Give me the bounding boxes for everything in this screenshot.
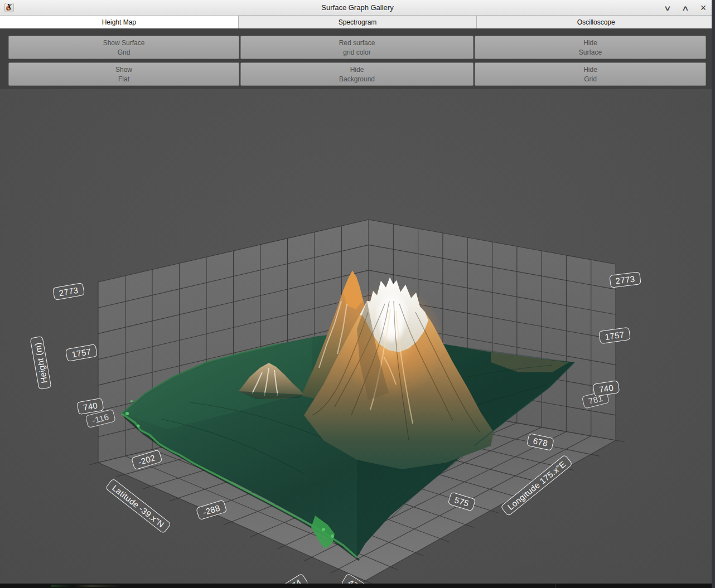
- app-window: X Surface Graph Gallery ∨ ∧ × Height Map…: [0, 0, 715, 588]
- window-title: Surface Graph Gallery: [0, 0, 715, 16]
- close-button[interactable]: ×: [698, 2, 708, 14]
- button-label: Grid: [475, 75, 706, 84]
- button-label: Red surface: [241, 38, 473, 48]
- show-flat-button[interactable]: Show Flat: [8, 62, 239, 86]
- button-label: Flat: [9, 75, 239, 84]
- button-label: Show: [9, 65, 239, 75]
- button-label: Surface: [475, 48, 706, 57]
- window-controls: ∨ ∧ ×: [663, 0, 708, 16]
- background-window-text-sliver: [51, 585, 124, 587]
- show-surface-grid-button[interactable]: Show Surface Grid: [8, 36, 239, 59]
- hide-grid-button[interactable]: Hide Grid: [475, 62, 706, 86]
- button-label: Hide: [475, 38, 706, 48]
- tab-spectrogram[interactable]: Spectrogram: [239, 16, 477, 28]
- button-label: Hide: [475, 65, 706, 75]
- button-label: grid color: [241, 48, 473, 57]
- background-window-strip-bottom: [0, 584, 715, 588]
- button-label: Background: [241, 75, 473, 84]
- hide-background-button[interactable]: Hide Background: [240, 62, 474, 86]
- toolbar: Show Surface Grid Red surface grid color…: [8, 36, 706, 86]
- titlebar: X Surface Graph Gallery ∨ ∧ ×: [0, 0, 715, 16]
- red-surface-grid-color-button[interactable]: Red surface grid color: [240, 36, 474, 59]
- button-label: Show Surface: [9, 38, 239, 48]
- minimize-button[interactable]: ∨: [660, 4, 675, 12]
- maximize-button[interactable]: ∧: [678, 4, 693, 12]
- background-window-divider: [555, 584, 555, 588]
- button-label: Grid: [9, 48, 239, 57]
- tab-bar: Height Map Spectrogram Oscilloscope: [0, 16, 715, 28]
- background-window-strip-right: [712, 0, 715, 588]
- tab-oscilloscope[interactable]: Oscilloscope: [477, 16, 715, 28]
- surface-plot-viewport[interactable]: [0, 28, 715, 584]
- button-label: Hide: [241, 65, 473, 75]
- hide-surface-button[interactable]: Hide Surface: [475, 36, 706, 59]
- tab-height-map[interactable]: Height Map: [0, 16, 239, 28]
